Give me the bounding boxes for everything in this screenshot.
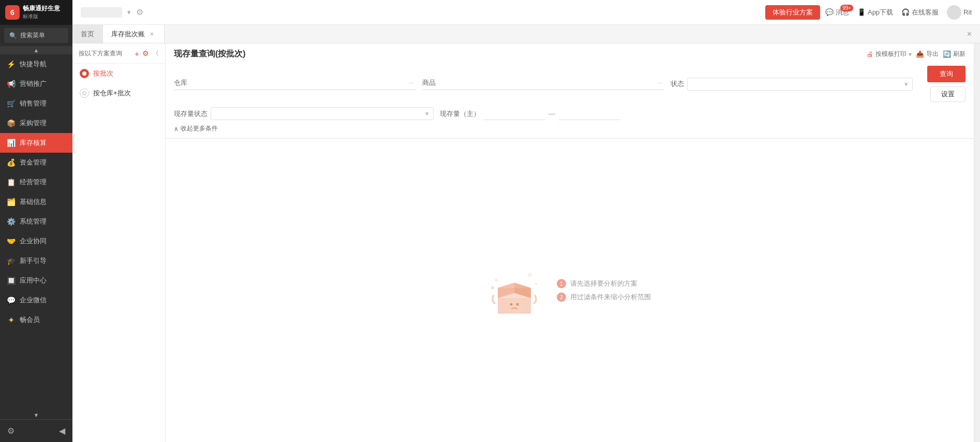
collapse-scheme-btn[interactable]: 《 [152, 49, 159, 58]
qty-min-input[interactable] [483, 108, 545, 120]
filter-row-1: 仓库 ··· 商品 ··· 状态 [174, 66, 966, 102]
status-select[interactable]: ▾ [687, 78, 913, 91]
collapse-label: 收起更多条件 [181, 124, 218, 133]
app-download-item[interactable]: 📱 App下载 [857, 8, 893, 17]
scheme-label-by-batch: 按批次 [93, 69, 113, 78]
sidebar-item-label: 企业微信 [20, 296, 47, 305]
warehouse-field: 仓库 ··· [174, 78, 416, 90]
settings-footer-icon[interactable]: ⚙ [5, 424, 17, 438]
print-action[interactable]: 🖨 按模板打印 ▾ [867, 50, 912, 58]
sidebar-item-finance[interactable]: 💰 资金管理 [0, 153, 72, 172]
filter-row-2: 现存量状态 ▾ 现存量（主） — [174, 107, 966, 120]
sidebar-item-quick-nav[interactable]: ⚡ 快捷导航 [0, 54, 72, 74]
scheme-label-by-warehouse-batch: 按仓库+批次 [93, 89, 131, 98]
query-btn[interactable]: 查询 [927, 66, 966, 82]
qty-label: 现存量（主） [440, 109, 480, 119]
qty-max-input[interactable] [558, 108, 620, 120]
scheme-settings-btn[interactable]: ⚙ [142, 49, 149, 57]
scheme-item-by-batch[interactable]: 按批次 [72, 64, 165, 83]
qty-dash: — [548, 110, 555, 117]
sidebar-item-label: 采购管理 [20, 119, 47, 128]
topbar-settings-icon[interactable]: ⚙ [136, 7, 143, 17]
scroll-up-btn[interactable]: ▲ [0, 46, 72, 54]
warehouse-input[interactable] [190, 78, 404, 87]
sidebar-item-newbie[interactable]: 🎓 新手引导 [0, 251, 72, 271]
inventory-icon: 📊 [6, 138, 16, 148]
sidebar-item-sales[interactable]: 🛒 销售管理 [0, 94, 72, 113]
topbar-icons: 💬 消息 99+ 📱 App下载 🎧 在线客服 Rit [825, 5, 972, 20]
sidebar-search[interactable]: 🔍 搜索菜单 [4, 28, 68, 43]
print-icon: 🖨 [867, 50, 873, 58]
stock-status-select[interactable]: ▾ [211, 107, 434, 120]
settings-btn[interactable]: 设置 [930, 86, 966, 102]
sidebar-item-enterprise[interactable]: 🤝 企业协同 [0, 231, 72, 251]
sidebar-item-basic[interactable]: 🗂️ 基础信息 [0, 192, 72, 212]
sidebar-item-label: 销售管理 [20, 99, 47, 108]
svg-point-4 [505, 298, 524, 314]
tab-batch-account[interactable]: 库存批次账 × [103, 25, 165, 43]
refresh-action[interactable]: 🔄 刷新 [943, 50, 966, 58]
tip-text-1: 请先选择要分析的方案 [570, 279, 637, 288]
sidebar-item-purchase[interactable]: 📦 采购管理 [0, 113, 72, 133]
scroll-down-btn[interactable]: ▼ [0, 411, 72, 419]
tab-home[interactable]: 首页 [72, 25, 103, 43]
svg-point-10 [495, 279, 498, 282]
sidebar-footer: ⚙ ◀ [0, 419, 72, 442]
sidebar-item-label: 经营管理 [20, 178, 47, 187]
add-scheme-btn[interactable]: + [135, 49, 139, 58]
scheme-panel-title: 按以下方案查询 [79, 49, 122, 58]
sidebar-item-inventory[interactable]: 📊 库存核算 [0, 133, 72, 153]
industry-btn[interactable]: 体验行业方案 [765, 5, 820, 20]
message-icon-item[interactable]: 💬 消息 99+ [825, 8, 849, 17]
product-input[interactable] [439, 78, 652, 87]
app-download-label: App下载 [868, 8, 893, 17]
stock-status-field: 现存量状态 ▾ [174, 107, 434, 120]
purchase-icon: 📦 [6, 119, 16, 128]
scheme-panel-header: 按以下方案查询 + ⚙ 《 [72, 43, 165, 64]
warehouse-more-btn[interactable]: ··· [407, 79, 416, 86]
status-field: 状态 ▾ [671, 78, 913, 91]
sidebar-item-marketing[interactable]: 📢 营销推广 [0, 74, 72, 94]
scheme-item-by-warehouse-batch[interactable]: 按仓库+批次 [72, 83, 165, 103]
operation-icon: 📋 [6, 178, 16, 187]
query-header-container: 现存量查询(按批次) 🖨 按模板打印 ▾ 📤 导出 🔄 [166, 43, 974, 139]
sidebar-item-appcenter[interactable]: 🔲 应用中心 [0, 271, 72, 290]
newbie-icon: 🎓 [6, 256, 16, 266]
refresh-label: 刷新 [953, 50, 966, 58]
page-title: 现存量查询(按批次) [174, 49, 246, 60]
quick-nav-icon: ⚡ [6, 60, 16, 69]
scheme-dot-active [80, 69, 89, 78]
vip-icon: ✦ [6, 315, 16, 325]
online-service-item[interactable]: 🎧 在线客服 [901, 8, 939, 17]
tab-close-main-btn[interactable]: × [959, 25, 980, 43]
tab-close-btn[interactable]: × [148, 30, 156, 39]
sidebar-item-label: 应用中心 [20, 276, 47, 285]
warehouse-label: 仓库 [174, 78, 187, 87]
query-title-row: 现存量查询(按批次) 🖨 按模板打印 ▾ 📤 导出 🔄 [166, 43, 974, 63]
sidebar-item-label: 系统管理 [20, 217, 47, 226]
print-dropdown-icon[interactable]: ▾ [909, 51, 912, 58]
sidebar-item-wechat[interactable]: 💬 企业微信 [0, 290, 72, 310]
sidebar-item-label: 畅会员 [20, 315, 40, 325]
app-title: 畅康通好生意 [23, 5, 60, 13]
export-action[interactable]: 📤 导出 [916, 50, 939, 58]
filter-container: 仓库 ··· 商品 ··· 状态 [166, 63, 974, 138]
sidebar-item-label: 基础信息 [20, 197, 47, 207]
export-label: 导出 [926, 50, 939, 58]
sidebar-item-system[interactable]: ⚙️ 系统管理 [0, 212, 72, 231]
right-scrollbar[interactable] [974, 43, 980, 442]
collapse-btn[interactable]: ∧ 收起更多条件 [174, 124, 966, 133]
stock-status-label: 现存量状态 [174, 109, 207, 119]
qty-field: 现存量（主） — [440, 108, 700, 120]
appcenter-icon: 🔲 [6, 276, 16, 285]
app-download-icon: 📱 [857, 8, 866, 16]
empty-state: 1 请先选择要分析的方案 2 用过滤条件来缩小分析范围 [166, 139, 974, 442]
sidebar-item-operation[interactable]: 📋 经营管理 [0, 172, 72, 192]
enterprise-icon: 🤝 [6, 237, 16, 246]
collapse-sidebar-icon[interactable]: ◀ [57, 424, 67, 438]
sidebar-item-vip[interactable]: ✦ 畅会员 [0, 310, 72, 330]
product-more-btn[interactable]: ··· [655, 79, 664, 86]
topbar-dropdown-icon[interactable]: ▾ [127, 8, 131, 16]
user-item[interactable]: Rit [947, 5, 972, 20]
sidebar-header: 6 畅康通好生意 标准版 [0, 0, 72, 25]
